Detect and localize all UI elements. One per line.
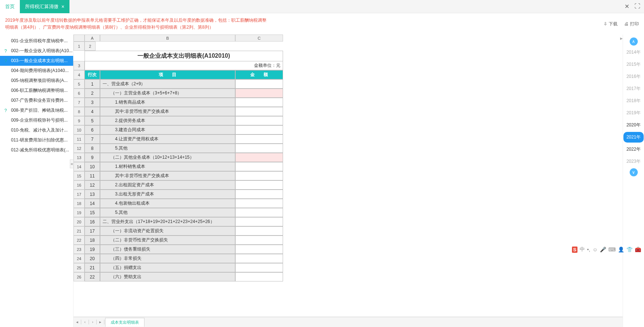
row-header[interactable]: 5 [74,79,85,89]
row-header[interactable]: 15 [74,171,85,180]
row-header[interactable]: 13 [74,153,85,162]
ime-punct-icon[interactable]: •, [587,247,590,252]
row-header[interactable]: 20 [74,217,85,226]
item-cell: 二、营业外支出（17+18+19+20+21+22+23+24+25+26） [100,217,235,226]
year-option[interactable]: 2021年 [623,132,644,143]
window-close-icon[interactable]: ✕ [625,3,629,10]
sidebar-item[interactable]: 009-企业所得税弥补亏损明... [0,115,73,125]
year-option[interactable]: 2023年 [623,156,644,167]
amount-cell[interactable] [235,217,283,226]
row-header[interactable]: 8 [74,107,85,116]
row-header[interactable]: 16 [74,180,85,190]
download-button[interactable]: ⇩ 下载 [604,21,618,27]
amount-cell[interactable] [235,226,283,236]
sheet-nav-prev-icon[interactable]: ‹ [81,320,89,324]
row-header[interactable]: 18 [74,199,85,208]
ime-skin-icon[interactable]: 👕 [626,247,633,252]
tab-home[interactable]: 首页 [0,0,20,13]
row-header[interactable]: 21 [74,226,85,236]
amount-cell[interactable] [235,190,283,199]
row-header[interactable]: 4 [74,70,85,79]
amount-cell[interactable] [235,263,283,272]
sheet-nav-first-icon[interactable]: ◂ [74,320,81,324]
amount-cell[interactable] [235,254,283,263]
ime-lang[interactable]: 中 [580,246,585,253]
ime-emoji-icon[interactable]: ☺ [593,247,598,252]
row-header[interactable]: 22 [74,236,85,245]
amount-cell[interactable] [235,116,283,125]
row-header[interactable]: 11 [74,134,85,144]
year-option[interactable]: 2018年 [623,96,644,106]
fullscreen-icon[interactable]: ⛶ [634,3,640,10]
sidebar-item[interactable]: 011-研发费用加计扣除优惠... [0,135,73,145]
sheet-nav-next-icon[interactable]: › [89,320,97,324]
expand-handle-icon[interactable]: ▸ [620,35,623,41]
year-option[interactable]: 2016年 [623,71,644,82]
row-header[interactable]: 10 [74,125,85,134]
col-header[interactable]: C [235,35,283,42]
row-header[interactable]: 14 [74,162,85,171]
year-option[interactable]: 2019年 [623,108,644,118]
year-option[interactable]: 2022年 [623,144,644,155]
row-header[interactable]: 25 [74,263,85,272]
amount-cell[interactable] [235,162,283,171]
print-button[interactable]: 🖨 打印 [624,21,639,27]
row-header[interactable]: 19 [74,208,85,217]
row-header[interactable]: 3 [74,61,85,70]
amount-cell[interactable] [235,79,283,89]
tab-active[interactable]: 所得税汇算清缴 × [20,0,69,13]
amount-cell[interactable] [235,171,283,180]
sidebar-item[interactable]: 012-减免所得税优惠明细表(... [0,145,73,155]
year-option[interactable]: 2015年 [623,59,644,70]
amount-cell[interactable] [235,180,283,190]
amount-cell[interactable] [235,245,283,254]
year-option[interactable]: 2017年 [623,83,644,94]
row-header[interactable]: 23 [74,245,85,254]
collapse-icon[interactable]: « [70,159,74,168]
amount-cell[interactable] [235,236,283,245]
amount-cell[interactable] [235,134,283,144]
amount-cell[interactable] [235,153,283,162]
row-header[interactable]: 6 [74,89,85,98]
sidebar-item[interactable]: 007-广告费和业务宣传费跨... [0,96,73,105]
amount-cell[interactable] [235,199,283,208]
ime-mic-icon[interactable]: 🎤 [600,247,606,252]
sidebar-item[interactable]: ?008-资产折旧、摊销及纳税... [0,105,73,115]
row-header[interactable]: 26 [74,272,85,281]
year-option[interactable]: 2014年 [623,47,644,58]
ime-user-icon[interactable]: 👤 [618,247,624,252]
amount-cell[interactable] [235,208,283,217]
row-header[interactable]: 7 [74,98,85,107]
amount-cell[interactable] [235,125,283,134]
row-header[interactable]: 24 [74,254,85,263]
close-icon[interactable]: × [61,4,64,10]
year-down-icon[interactable]: ∨ [630,168,638,176]
amount-cell[interactable] [235,89,283,98]
ime-brand-icon[interactable]: S [572,247,577,253]
col-header[interactable]: B [100,35,235,42]
sidebar-item[interactable]: 010-免税、减计收入及加计... [0,125,73,135]
sidebar-item[interactable]: 004-期间费用明细表(A1040... [0,66,73,76]
ime-toolbox-icon[interactable]: 🧰 [635,247,641,252]
year-option[interactable]: 2020年 [623,120,644,130]
amount-cell[interactable] [235,144,283,153]
sidebar-item[interactable]: 001-企业所得税年度纳税申... [0,36,73,46]
row-header[interactable]: 12 [74,144,85,153]
sidebar-item[interactable]: 006-职工薪酬纳税调整明细... [0,86,73,96]
sheet-nav-last-icon[interactable]: ▸ [97,320,104,324]
sheet-tab[interactable]: 成本支出明细表 [105,318,144,327]
col-header[interactable]: A [85,35,100,42]
amount-cell[interactable] [235,98,283,107]
amount-cell[interactable] [235,107,283,116]
row-header[interactable]: 1 [74,42,85,51]
row-header[interactable]: 17 [74,190,85,199]
year-up-icon[interactable]: ∧ [630,37,638,46]
ime-keyboard-icon[interactable]: ⌨ [608,247,616,252]
row-header[interactable]: 9 [74,116,85,125]
spreadsheet[interactable]: ABC12一般企业成本支出明细表(A102010)3金额单位：元4行次项 目金 … [74,35,623,317]
amount-cell[interactable] [235,272,283,281]
sidebar-item[interactable]: ?002-一般企业收入明细表(A10... [0,46,73,56]
row-header[interactable]: 2 [85,42,96,51]
sidebar-item[interactable]: ?003-一般企业成本支出明细... [0,56,73,66]
sidebar-item[interactable]: 005-纳税调整项目明细表(A... [0,76,73,86]
